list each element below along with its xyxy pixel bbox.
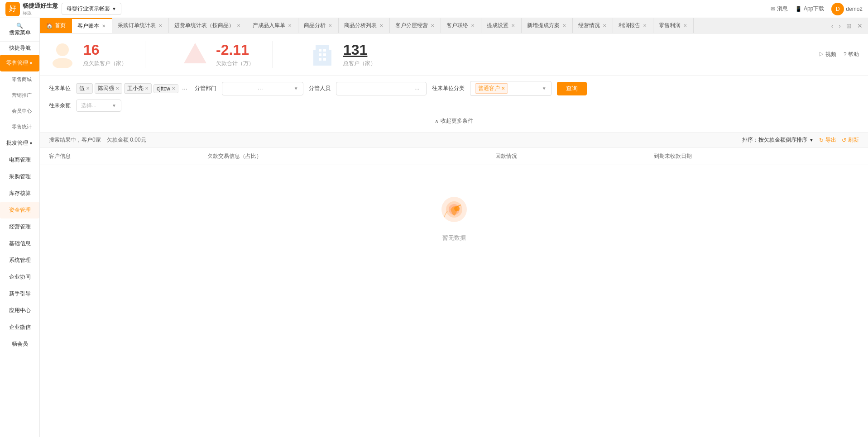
sidebar-item-purchase[interactable]: 采购管理 (0, 168, 39, 185)
tab-commission-settings[interactable]: 提成设置 ✕ (481, 18, 522, 33)
person-filter-label: 分管人员 (309, 85, 331, 92)
tab-prev-button[interactable]: ‹ (830, 21, 835, 30)
video-button[interactable]: ▷ 视频 (819, 51, 836, 58)
tab-next-button[interactable]: › (837, 21, 843, 30)
person-select[interactable]: ··· (336, 82, 427, 95)
tag-close-chen[interactable]: ✕ (115, 86, 119, 91)
empty-icon (436, 192, 472, 228)
sidebar-item-retail-mall[interactable]: 零售商城 (0, 71, 39, 87)
tab-add-commission-plan[interactable]: 新增提成方案 ✕ (522, 18, 573, 33)
tab-customer-ledger[interactable]: 客户账本 ✕ (72, 18, 112, 33)
svg-point-0 (56, 43, 69, 56)
tab-close-icon[interactable]: ✕ (236, 23, 241, 28)
svg-rect-9 (323, 49, 326, 52)
tab-retail-profit[interactable]: 零售利润 ✕ (653, 18, 694, 33)
svg-rect-10 (319, 53, 321, 56)
sidebar-item-label: 应用中心 (9, 307, 31, 314)
sort-select[interactable]: 排序：按欠款金额倒序排序 ▼ (742, 136, 814, 144)
sidebar-item-ecommerce[interactable]: 电商管理 (0, 152, 39, 168)
more-tags-button[interactable]: ··· (180, 84, 189, 93)
sidebar-item-label: 零售商城 (12, 76, 32, 83)
tab-product-in-warehouse[interactable]: 产成品入库单 ✕ (247, 18, 298, 33)
sidebar-quick-nav[interactable]: 快捷导航 (0, 42, 39, 55)
sidebar-item-wholesale[interactable]: 批发管理 ▼ (0, 135, 39, 152)
sidebar-item-label: 营销推广 (12, 92, 32, 99)
tab-customer-contact[interactable]: 客户联络 ✕ (441, 18, 481, 33)
tab-product-analysis-list[interactable]: 商品分析列表 ✕ (339, 18, 390, 33)
tab-label: 进货单统计表（按商品） (174, 22, 234, 29)
balance-placeholder: 选择... (81, 102, 96, 109)
tab-purchase-order-stats[interactable]: 采购订单统计表 ✕ (112, 18, 169, 33)
dept-filter-label: 分管部门 (195, 85, 216, 92)
tab-close-icon[interactable]: ✕ (430, 23, 435, 28)
sidebar-item-retail-management[interactable]: 零售管理 ▼ (0, 55, 39, 71)
refresh-button[interactable]: ↺ 刷新 (842, 136, 859, 144)
tab-menu-button[interactable]: ⊞ (844, 21, 854, 30)
messages-button[interactable]: ✉ 消息 (771, 5, 788, 13)
sidebar-item-app-center[interactable]: 应用中心 (0, 302, 39, 319)
sidebar-item-new-guide[interactable]: 新手引导 (0, 285, 39, 302)
tab-label: 提成设置 (487, 22, 508, 29)
sidebar-item-label: 零售管理 (6, 59, 28, 67)
sidebar-item-enterprise-collab[interactable]: 企业协同 (0, 269, 39, 285)
tab-profit-report[interactable]: 利润报告 ✕ (613, 18, 653, 33)
tab-label: 利润报告 (619, 22, 640, 29)
tab-home[interactable]: 🏠 首页 (40, 18, 72, 33)
download-button[interactable]: 📱 App下载 (795, 5, 824, 13)
tab-customer-segment[interactable]: 客户分层经营 ✕ (390, 18, 441, 33)
dept-select[interactable]: ··· ▼ (222, 82, 303, 95)
unit-type-select[interactable]: 普通客户 ✕ ▼ (470, 81, 551, 96)
tab-close-all-button[interactable]: ✕ (855, 21, 864, 30)
query-button[interactable]: 查询 (557, 82, 587, 95)
sidebar-item-system[interactable]: 系统管理 (0, 252, 39, 269)
tab-label: 采购订单统计表 (118, 22, 156, 29)
tab-close-icon[interactable]: ✕ (682, 23, 688, 28)
sidebar-search[interactable]: 🔍 搜索菜单 (0, 18, 39, 42)
tab-close-icon[interactable]: ✕ (287, 23, 293, 28)
sidebar-item-finance[interactable]: 资金管理 (0, 202, 39, 218)
tab-stock-stats-by-product[interactable]: 进货单统计表（按商品） ✕ (169, 18, 247, 33)
tag-text: 陈民强 (98, 85, 114, 92)
sidebar: 🔍 搜索菜单 快捷导航 零售管理 ▼ 零售商城 营销推广 会员中心 零售统计 批… (0, 18, 40, 437)
tag-close-wang[interactable]: ✕ (145, 86, 149, 91)
amount-text: 欠款金额 0.00元 (107, 137, 146, 143)
home-tab-label: 首页 (55, 22, 66, 29)
sidebar-item-operations[interactable]: 经营管理 (0, 218, 39, 235)
sidebar-item-inventory[interactable]: 库存核算 (0, 185, 39, 202)
unit-type-selected-tag: 普通客户 ✕ (475, 83, 508, 94)
sidebar-item-base-info[interactable]: 基础信息 (0, 235, 39, 252)
workspace-selector[interactable]: 母婴行业演示帐套 ▼ (62, 3, 121, 15)
tab-product-analysis[interactable]: 商品分析 ✕ (298, 18, 339, 33)
sidebar-item-marketing[interactable]: 营销推广 (0, 87, 39, 103)
tag-close-cjttcw[interactable]: ✕ (172, 86, 175, 91)
balance-arrow: ▼ (112, 103, 116, 108)
help-button[interactable]: ? 帮助 (844, 51, 859, 58)
tab-close-icon[interactable]: ✕ (561, 23, 567, 28)
tag-close-wu[interactable]: ✕ (86, 86, 90, 91)
user-menu[interactable]: D demo2 (831, 3, 863, 15)
sidebar-item-enterprise-wechat[interactable]: 企业微信 (0, 319, 39, 336)
chevron-down-icon: ▼ (809, 138, 814, 142)
collapse-more-button[interactable]: ∧ 收起更多条件 (49, 115, 859, 127)
sidebar-item-member-center[interactable]: 会员中心 (0, 103, 39, 119)
tab-close-icon[interactable]: ✕ (158, 23, 163, 28)
tab-close-icon[interactable]: ✕ (379, 23, 384, 28)
tab-close-icon[interactable]: ✕ (101, 23, 106, 29)
svg-rect-11 (323, 53, 326, 56)
sidebar-item-retail-stats[interactable]: 零售统计 (0, 119, 39, 135)
download-label: App下载 (804, 5, 824, 13)
tab-close-icon[interactable]: ✕ (602, 23, 607, 28)
refresh-label: 刷新 (848, 136, 859, 144)
tab-operations[interactable]: 经营情况 ✕ (573, 18, 613, 33)
tab-close-icon[interactable]: ✕ (470, 23, 475, 28)
sidebar-item-chang-member[interactable]: 畅会员 (0, 336, 39, 352)
collapse-label: 收起更多条件 (441, 117, 473, 125)
tab-close-icon[interactable]: ✕ (510, 23, 516, 28)
tab-close-icon[interactable]: ✕ (642, 23, 647, 28)
export-button[interactable]: ↻ 导出 (819, 136, 836, 144)
dept-extra: ··· (256, 84, 265, 93)
empty-text: 暂无数据 (442, 234, 466, 242)
unit-type-tag-close[interactable]: ✕ (501, 86, 505, 91)
balance-select[interactable]: 选择... ▼ (76, 100, 121, 112)
tab-close-icon[interactable]: ✕ (327, 23, 333, 28)
